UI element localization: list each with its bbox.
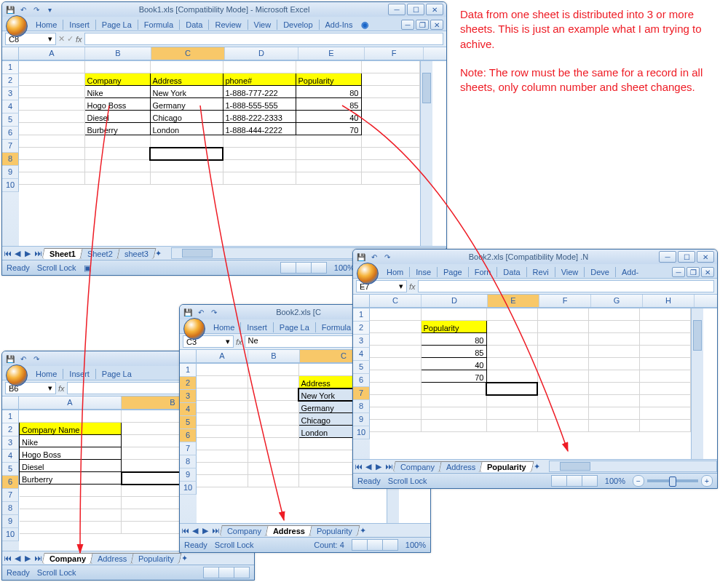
undo-icon[interactable]: ↶	[196, 307, 206, 317]
chevron-down-icon[interactable]: ▾	[48, 383, 52, 393]
tab-addins[interactable]: Add-	[617, 266, 643, 278]
row-6[interactable]: 6	[353, 374, 370, 387]
row-5[interactable]: 5	[2, 463, 19, 476]
col-G[interactable]: G	[591, 295, 643, 307]
tab-addins[interactable]: Add-Ins	[321, 19, 357, 31]
cell-grid[interactable]: Popularity 80 85 40 70	[370, 308, 691, 459]
row-3[interactable]: 3	[2, 436, 19, 450]
row-7[interactable]: 7	[2, 489, 19, 502]
doc-min-button[interactable]: ─	[401, 20, 414, 30]
row-3[interactable]: 3	[180, 390, 197, 403]
row-3[interactable]: 3	[2, 87, 19, 100]
tab-nav-next-icon[interactable]: ▶	[23, 249, 33, 258]
tab-insert[interactable]: Inse	[411, 266, 435, 278]
sheet-tab-address[interactable]: Address	[438, 461, 483, 472]
row-6[interactable]: 6	[2, 127, 19, 140]
row-headers[interactable]: 1 2 3 4 5 6 7 8 9 10	[180, 364, 197, 523]
doc-close-button[interactable]: ✕	[430, 20, 443, 30]
sheet-tab-address[interactable]: Address	[265, 525, 312, 536]
tab-view[interactable]: View	[250, 19, 276, 31]
tab-nav-prev-icon[interactable]: ◀	[12, 554, 23, 563]
tab-insert[interactable]: Insert	[65, 368, 94, 380]
tab-view[interactable]: View	[557, 266, 583, 278]
save-icon[interactable]: 💾	[5, 354, 15, 364]
tab-nav-first-icon[interactable]: ⏮	[353, 462, 363, 471]
sheet-tab-company[interactable]: Company	[41, 553, 93, 564]
row-10[interactable]: 10	[180, 482, 197, 495]
col-D[interactable]: D	[422, 295, 488, 307]
cell[interactable]: Burberry	[20, 472, 122, 485]
row-7[interactable]: 7	[2, 140, 19, 153]
sheet-tab-popularity[interactable]: Popularity	[131, 553, 182, 564]
row-5[interactable]: 5	[353, 361, 370, 374]
cell[interactable]: Hogo Boss	[20, 447, 122, 460]
row-4[interactable]: 4	[2, 450, 19, 463]
tab-formulas[interactable]: Forn	[470, 266, 496, 278]
tab-pagelayout[interactable]: Page	[439, 266, 467, 278]
sheet-tab-company[interactable]: Company	[392, 461, 442, 472]
row-8[interactable]: 8	[353, 400, 370, 413]
cell[interactable]: 85	[296, 98, 361, 111]
office-button[interactable]	[183, 318, 205, 340]
cell[interactable]: Company	[84, 73, 150, 86]
row-5[interactable]: 5	[180, 416, 197, 429]
tab-nav-next-icon[interactable]: ▶	[373, 462, 384, 471]
column-headers[interactable]: C D E F G H	[353, 295, 717, 308]
row-2[interactable]: 2	[353, 322, 370, 335]
tab-pagelayout[interactable]: Page La	[98, 19, 136, 31]
cell[interactable]: Diesel	[20, 460, 122, 472]
cell[interactable]: 80	[421, 333, 486, 346]
view-buttons[interactable]	[352, 539, 398, 551]
tab-nav-last-icon[interactable]: ⏭	[384, 462, 394, 471]
row-1[interactable]: 1	[353, 308, 370, 322]
doc-restore-button[interactable]: ❐	[416, 20, 429, 30]
minimize-button[interactable]: ─	[388, 4, 405, 15]
maximize-button[interactable]: ☐	[407, 4, 424, 15]
sheet-tab-sheet2[interactable]: Sheet2	[79, 248, 120, 259]
macro-record-icon[interactable]: ▣	[84, 263, 91, 273]
col-H[interactable]: H	[643, 295, 695, 307]
col-C[interactable]: C	[370, 295, 422, 307]
cell[interactable]: Germany	[150, 98, 223, 111]
vertical-scrollbar[interactable]	[420, 61, 432, 246]
doc-close-button[interactable]: ✕	[701, 267, 714, 277]
cell[interactable]: Address	[150, 73, 223, 86]
chevron-down-icon[interactable]: ▾	[226, 337, 230, 346]
col-E[interactable]: E	[298, 47, 365, 60]
row-10[interactable]: 10	[2, 528, 19, 541]
row-2[interactable]: 2	[2, 74, 19, 87]
row-1[interactable]: 1	[2, 410, 19, 423]
row-8[interactable]: 8	[180, 455, 197, 469]
cell[interactable]: 1-888-777-222	[223, 86, 296, 98]
close-button[interactable]: ✕	[697, 251, 714, 263]
zoom-level[interactable]: 100%	[334, 263, 355, 272]
redo-icon[interactable]: ↷	[31, 4, 41, 15]
row-headers[interactable]: 1 2 3 4 5 6 7 8 9 10	[2, 410, 19, 551]
tab-developer[interactable]: Deve	[586, 266, 614, 278]
select-all-corner[interactable]	[2, 47, 19, 60]
sheet-tab-popularity[interactable]: Popularity	[480, 461, 534, 472]
tab-nav-prev-icon[interactable]: ◀	[363, 462, 373, 471]
sheet-tab-address[interactable]: Address	[90, 553, 135, 564]
col-C[interactable]: C	[151, 47, 225, 60]
tab-nav-prev-icon[interactable]: ◀	[190, 526, 200, 535]
row-3[interactable]: 3	[353, 335, 370, 348]
row-4[interactable]: 4	[353, 348, 370, 361]
cell[interactable]: 40	[421, 358, 486, 370]
zoom-level[interactable]: 100%	[605, 477, 625, 485]
cell[interactable]: Diesel	[84, 111, 150, 123]
tab-developer[interactable]: Develop	[279, 19, 317, 31]
row-headers[interactable]: 1 2 3 4 5 6 7 8 9 10	[353, 308, 370, 459]
fx-icon[interactable]: fx	[236, 338, 242, 346]
zoom-in-button[interactable]: +	[701, 475, 713, 487]
row-7[interactable]: 7	[180, 442, 197, 455]
cell[interactable]: 80	[296, 86, 361, 98]
tab-nav-first-icon[interactable]: ⏮	[2, 249, 12, 258]
tab-nav-first-icon[interactable]: ⏮	[180, 526, 190, 535]
tab-review[interactable]: Review	[210, 19, 245, 31]
formula-input[interactable]	[84, 33, 443, 45]
tab-home[interactable]: Home	[209, 322, 239, 333]
cell[interactable]: New York	[150, 86, 223, 98]
row-6[interactable]: 6	[2, 476, 19, 489]
row-headers[interactable]: 1 2 3 4 5 6 7 8 9 10	[2, 61, 19, 246]
